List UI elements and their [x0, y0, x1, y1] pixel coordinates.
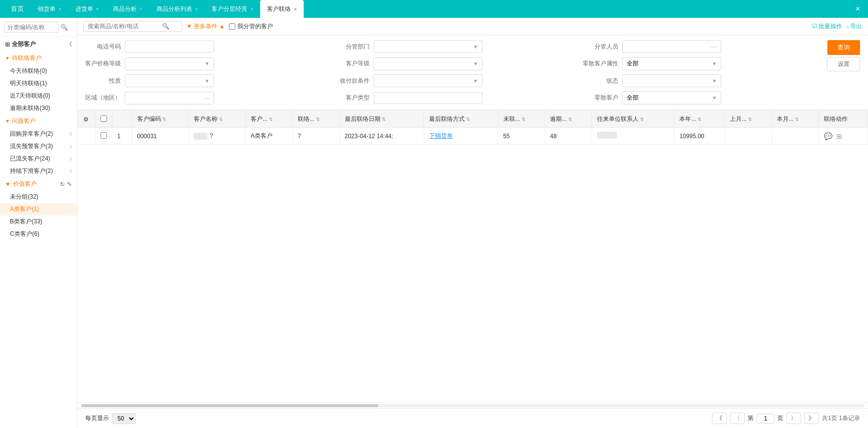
nav-tab-product-analysis-list[interactable]: 商品分析列表 ×	[150, 0, 205, 18]
last-contact-method-link[interactable]: 下销货单	[429, 132, 453, 139]
th-last-month[interactable]: 上月... ⇅	[725, 111, 772, 128]
more-filter-button[interactable]: ▼ 更多条件 ▲	[186, 22, 225, 31]
nav-tab-sales[interactable]: 销货单 ×	[31, 0, 68, 18]
horizontal-scrollbar[interactable]	[77, 402, 868, 408]
sidebar-item-declining[interactable]: 持续下滑客户(2) ℹ	[0, 165, 77, 177]
nav-tab-home[interactable]: 首页	[4, 4, 31, 13]
close-icon[interactable]: ×	[294, 6, 297, 12]
filter-price-level: 客户价格等级 ▼	[85, 57, 324, 70]
page-number-input[interactable]	[757, 414, 774, 424]
td-action: 💬 ⊞	[818, 128, 868, 145]
chat-icon[interactable]: 💬	[824, 132, 832, 140]
region-select[interactable]: ···	[125, 92, 214, 105]
filter-retail-attr: 零散客户属性 全部 ▼	[583, 57, 821, 70]
sort-icon: ⇅	[640, 117, 644, 122]
retail-customer-label: 零散客户	[583, 94, 622, 102]
payment-select[interactable]: ▼	[374, 74, 483, 87]
next-page-button[interactable]: 〉	[786, 413, 801, 424]
retail-attr-select[interactable]: 全部 ▼	[622, 57, 721, 70]
sidebar-item-7days-contact[interactable]: 近7天待联络(0)	[0, 90, 77, 102]
close-icon[interactable]: ×	[140, 6, 143, 12]
sidebar-item-ungrouped[interactable]: 未分组(32)	[0, 191, 77, 203]
close-icon[interactable]: ×	[250, 6, 253, 12]
sidebar-item-tomorrow-contact[interactable]: 明天待联络(1)	[0, 77, 77, 90]
th-unit-contact[interactable]: 往来单位联系人 ⇅	[592, 111, 674, 128]
close-icon[interactable]: ×	[195, 6, 198, 12]
nav-tab-customer-contact[interactable]: 客户联络 ×	[260, 0, 304, 18]
settings-button[interactable]: 设置	[827, 57, 860, 71]
th-gear[interactable]: ⚙	[77, 111, 95, 128]
my-customer-checkbox[interactable]: 我分管的客户	[229, 22, 273, 31]
export-button[interactable]: ↓ 导出	[846, 22, 862, 31]
page-size-select[interactable]: 50	[112, 413, 136, 424]
phone-input[interactable]	[125, 41, 214, 53]
sidebar-search-icon[interactable]: 🔍	[60, 24, 68, 31]
sidebar-item-overdue-contact[interactable]: 逾期未联络(30)	[0, 102, 77, 114]
manager-label: 分管人员	[583, 43, 622, 51]
filter-payment: 收付款条件 ▼	[334, 74, 573, 87]
refresh-icon[interactable]: ↻	[60, 181, 65, 188]
last-page-button[interactable]: 》	[804, 413, 819, 424]
th-no-contact-days[interactable]: 未联... ⇅	[498, 111, 545, 128]
sidebar-item-a-class[interactable]: A类客户(1)	[0, 203, 77, 215]
td-no-contact-days: 55	[498, 128, 545, 145]
sidebar-search-input[interactable]	[4, 22, 58, 33]
sidebar-item-today-contact[interactable]: 今天待联络(0)	[0, 65, 77, 77]
query-button[interactable]: 查询	[827, 40, 860, 55]
edit-icon[interactable]: ✎	[67, 181, 72, 188]
th-last-contact-date[interactable]: 最后联络日期 ⇅	[339, 111, 424, 128]
nav-tab-customer-segmentation[interactable]: 客户分层经营 ×	[205, 0, 260, 18]
batch-operation-button[interactable]: ☑ 批量操作	[812, 22, 842, 31]
customer-type-input[interactable]	[374, 92, 483, 104]
sidebar-item-repurchase-abnormal[interactable]: 回购异常客户(2) ℹ	[0, 128, 77, 140]
more-icon[interactable]: ···	[711, 43, 717, 51]
close-icon[interactable]: ×	[58, 6, 61, 12]
th-customer-name[interactable]: 客户名称 ⇅	[189, 111, 246, 128]
qr-icon[interactable]: ⊞	[836, 132, 842, 140]
price-level-select[interactable]: ▼	[125, 57, 214, 70]
row-checkbox[interactable]	[101, 132, 107, 139]
customer-level-select[interactable]: ▼	[374, 57, 483, 70]
sidebar-item-churn-warning[interactable]: 流失预警客户(3) ℹ	[0, 140, 77, 153]
nav-tab-purchase[interactable]: 进货单 ×	[68, 0, 106, 18]
all-customers-header[interactable]: ⊞ 全部客户 《	[0, 37, 77, 52]
select-all-checkbox[interactable]	[101, 115, 107, 122]
nature-label: 性质	[85, 77, 125, 85]
th-this-month[interactable]: 本月... ⇅	[772, 111, 819, 128]
more-icon[interactable]: ···	[204, 94, 210, 102]
sort-icon: ⇅	[269, 117, 273, 122]
close-icon[interactable]: ×	[96, 6, 99, 12]
td-unit-contact	[592, 128, 674, 145]
query-buttons: 查询 设置	[827, 40, 860, 105]
sidebar-item-b-class[interactable]: B类客户(33)	[0, 215, 77, 228]
search-icon[interactable]: 🔍	[162, 23, 169, 30]
my-customer-checkbox-input[interactable]	[229, 23, 235, 30]
sidebar-group-problem-customers[interactable]: ▼ 问题客户	[0, 114, 77, 128]
sidebar-group-value-customers[interactable]: ▼ 价值客户 ↻ ✎	[0, 177, 77, 191]
th-customer-code[interactable]: 客户编码 ⇅	[132, 111, 189, 128]
th-customer-type[interactable]: 客户... ⇅	[246, 111, 293, 128]
dept-select[interactable]: ▼	[374, 40, 483, 53]
filter-row-1: 电话号码 分管部门 ▼ 分管人员	[85, 40, 821, 53]
th-contact-count[interactable]: 联络... ⇅	[292, 111, 339, 128]
td-customer-name: ?	[189, 128, 246, 145]
scrollbar-thumb[interactable]	[81, 404, 379, 407]
retail-customer-select[interactable]: 全部 ▼	[622, 91, 721, 105]
th-this-year[interactable]: 本年... ⇅	[674, 111, 725, 128]
th-overdue-days[interactable]: 逾期... ⇅	[545, 111, 592, 128]
first-page-button[interactable]: 《	[712, 413, 727, 424]
info-icon: ℹ	[70, 131, 72, 137]
close-all-tabs-button[interactable]: ×	[852, 4, 864, 13]
sort-icon: ⇅	[795, 117, 799, 122]
sidebar-item-c-class[interactable]: C类客户(6)	[0, 228, 77, 240]
th-last-contact-method[interactable]: 最后联络方式 ⇅	[424, 111, 498, 128]
sidebar-item-churned[interactable]: 已流失客户(24) ℹ	[0, 153, 77, 165]
prev-page-button[interactable]: 〈	[730, 413, 745, 424]
sidebar-group-pending-contact[interactable]: ▼ 待联络客户	[0, 52, 77, 65]
search-input[interactable]	[88, 23, 162, 30]
manager-select[interactable]: ···	[622, 40, 721, 53]
nav-tab-product-analysis[interactable]: 商品分析 ×	[106, 0, 150, 18]
status-select[interactable]: ▼	[622, 74, 721, 87]
nature-select[interactable]: ▼	[125, 74, 214, 87]
sidebar-collapse-button[interactable]: 《	[66, 41, 72, 48]
